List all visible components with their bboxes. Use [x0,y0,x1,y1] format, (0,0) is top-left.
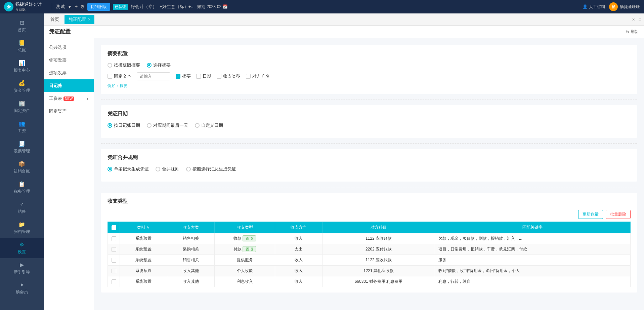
table-row: 系统预置 销售相关 提供服务 收入 1122 应收账款 服务 [108,255,631,266]
radio-merge-rule[interactable]: 合并规则 [156,166,179,172]
tabbar: 首页 凭证配置 × × □ [44,13,644,26]
radio-period-last-circle [147,123,152,128]
checkbox-date[interactable]: 日期 [196,73,211,79]
td-keyword: 欠款，现金，项目款，到款，报销款，汇入，... [435,233,630,244]
left-menu-public[interactable]: 公共选项 [44,41,94,54]
income-table: 类别 ∨ 收支大类 收支类型 收支方向 对方科目 匹配关键字 [108,222,631,287]
td-category: 系统预置 [120,266,167,276]
period-label: 账期 [197,4,205,10]
sidebar-item-purchase[interactable]: 📦 进销台账 [0,157,44,178]
radio-journal-date[interactable]: 按日记账日期 [108,122,140,128]
radio-select-summary[interactable]: 选择摘要 [147,62,171,68]
sidebar-item-ledger[interactable]: 📒 总账 [0,36,44,56]
type-tag[interactable]: 置顶 [243,246,256,252]
th-checkbox[interactable] [108,222,120,233]
reports-icon: 📊 [18,60,25,66]
sidebar-item-assets[interactable]: 🏢 固定资产 [0,97,44,117]
topbar: 会 畅捷通好会计 专业版 测试 ▼ + ⚙ 切到旧版 已认证 好会计（专） +好… [0,0,644,13]
income-section-title: 收支类型 [108,198,631,204]
left-menu-payroll[interactable]: 工资表 NEW › [44,92,94,105]
divider-1 [101,100,637,100]
funds-icon: 💰 [18,80,25,86]
topbar-divider [52,3,52,10]
batch-delete-button[interactable]: 批量删除 [606,210,631,219]
income-section: 收支类型 更新数量 批量删除 类别 ∨ [101,193,637,293]
sidebar-item-reports[interactable]: 📊 报表中心 [0,56,44,77]
td-type: 个人收款 [214,266,275,276]
checkbox-fixed-text[interactable]: 固定文本 [108,73,131,79]
radio-template-summary[interactable]: 按模板版摘要 [108,62,140,68]
sidebar-item-settings[interactable]: ⚙ 设置 [0,238,44,258]
merge-section-title: 凭证合并规则 [108,154,631,161]
select-all-checkbox[interactable] [112,225,116,230]
td-major-type: 销售相关 [167,233,214,244]
td-keyword: 利息，行转，续自 [435,276,630,287]
tab-home[interactable]: 首页 [46,15,63,24]
tab-voucher-config[interactable]: 凭证配置 × [65,15,94,24]
radio-single-record[interactable]: 单条记录生成凭证 [108,166,149,172]
table-row: 系统预置 收入其他 利息收入 收入 660301 财务费用 利息费用 利息，行转… [108,276,631,287]
radio-period-last[interactable]: 对应期间最后一天 [147,122,188,128]
sidebar-item-tax[interactable]: 📋 税务管理 [0,178,44,198]
td-checkbox[interactable] [108,266,120,276]
sidebar-label-close: 结账 [18,209,26,215]
radio-merge-rule-circle [156,167,160,171]
td-checkbox[interactable] [108,233,120,244]
left-menu-purchase-invoice[interactable]: 进项发票 [44,67,94,79]
update-count-button[interactable]: 更新数量 [578,210,603,219]
date-section-title: 凭证日期 [108,111,631,117]
sidebar-item-close[interactable]: ✓ 结账 [0,198,44,218]
td-keyword: 项目，日常费用，报销款，车费，承兑汇票，付款 [435,244,630,255]
td-checkbox[interactable] [108,276,120,287]
sidebar-item-home[interactable]: ⊞ 首页 [0,16,44,36]
user-profile[interactable]: 畅 畅捷通旺旺 [609,2,640,11]
td-contra-account: 1122 应收账款 [323,233,435,244]
sidebar-item-archive[interactable]: 📁 归档管理 [0,218,44,238]
td-type: 付款 置顶 [214,244,275,255]
type-tag[interactable]: 置顶 [243,235,256,241]
th-contra-account: 对方科目 [323,222,435,233]
td-contra-account: 660301 财务费用 利息费用 [323,276,435,287]
close-window-icon[interactable]: × [632,17,635,22]
checkbox-summary[interactable]: ✓ 摘要 [176,73,191,79]
checkbox-income-type[interactable]: 收支类型 [217,73,241,79]
divider-3 [101,187,637,187]
radio-select-circle [147,63,152,68]
page-header: 凭证配置 ↻ 刷新 [44,26,644,38]
sidebar-item-member[interactable]: ♦ 畅会员 [0,278,44,298]
left-menu-fixed-assets[interactable]: 固定资产 [44,105,94,118]
tab-close-icon[interactable]: × [88,17,90,22]
left-menu-sales-invoice[interactable]: 销项发票 [44,54,94,67]
td-checkbox[interactable] [108,255,120,266]
fixed-text-input[interactable] [137,72,170,80]
company-dropdown[interactable]: ▼ [68,4,72,9]
checkbox-counterparty[interactable]: 对方户名 [246,73,270,79]
refresh-button[interactable]: ↻ 刷新 [626,29,639,35]
settings-icon[interactable]: ⚙ [80,4,85,9]
td-direction: 收入 [275,233,323,244]
td-category: 系统预置 [120,276,167,287]
new-badge: NEW [63,96,74,101]
left-menu-journal[interactable]: 日记账 [44,79,94,92]
maximize-icon[interactable]: □ [639,17,641,22]
sidebar-item-wages[interactable]: 👥 工资 [0,117,44,137]
radio-custom-date[interactable]: 自定义日期 [195,122,223,128]
calendar-icon[interactable]: 📅 [223,4,228,9]
add-button[interactable]: + [75,4,78,10]
td-checkbox[interactable] [108,244,120,255]
radio-select-total[interactable]: 按照选择汇总生成凭证 [186,166,236,172]
td-major-type: 采购相关 [167,244,214,255]
summary-section-title: 摘要配置 [108,50,631,57]
switch-version-button[interactable]: 切到旧版 [87,3,110,11]
sidebar-item-guide[interactable]: ▶ 新手引导 [0,258,44,278]
td-type: 提供服务 [214,255,275,266]
logo-icon: 会 [4,2,13,11]
sidebar-item-funds[interactable]: 💰 资金管理 [0,77,44,97]
date-radio-group: 按日记账日期 对应期间最后一天 自定义日期 [108,122,631,128]
sidebar-item-invoices[interactable]: 🧾 发票管理 [0,137,44,157]
right-content: 摘要配置 按模板版摘要 选择摘要 [94,38,644,310]
td-contra-account: 1122 应收账款 [323,255,435,266]
period-info: 账期 2023-02 📅 [197,4,228,10]
consult-link[interactable]: 👤 人工咨询 [583,4,605,10]
summary-checkbox-row: 固定文本 ✓ 摘要 日期 [108,72,631,80]
